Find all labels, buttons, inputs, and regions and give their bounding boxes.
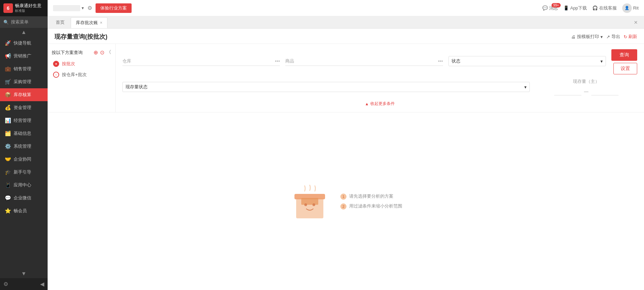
sidebar-item-purchase[interactable]: 🛒 采购管理 — [0, 75, 48, 88]
sidebar-item-label: 企业协同 — [14, 156, 31, 162]
sidebar-item-label: 畅会员 — [14, 208, 27, 214]
sidebar-item-sales[interactable]: 💼 销售管理 — [0, 62, 48, 75]
scroll-up-btn[interactable]: ▲ — [0, 28, 48, 37]
sidebar-item-label: 应用中心 — [14, 182, 31, 188]
print-label: 按模板打印 — [577, 34, 599, 40]
status-field: 状态 ▾ — [448, 56, 606, 66]
page-header: 现存量查询(按批次) 🖨 按模板打印 ▾ ↗ 导出 ↻ 刷新 — [48, 29, 644, 44]
filter-settings-btn[interactable]: 设置 — [613, 63, 637, 74]
stock-status-field: 现存量状态 ▾ — [122, 82, 530, 92]
filter-left-actions: ⊕ ⊙ 《 — [94, 49, 111, 56]
sidebar-item-label: 企业微信 — [14, 195, 31, 201]
sidebar-item-operations[interactable]: 📊 经营管理 — [0, 114, 48, 127]
settings-footer-icon[interactable]: ⚙ — [3, 281, 8, 287]
tab-home[interactable]: 首页 — [51, 17, 69, 28]
sidebar-item-quicknav[interactable]: 🚀 快捷导航 — [0, 37, 48, 50]
search-menu-label: 搜索菜单 — [11, 19, 29, 25]
chevron-down-icon: ▾ — [82, 5, 84, 11]
status-select[interactable]: 状态 ▾ — [448, 56, 606, 66]
sidebar-item-wechat[interactable]: 💬 企业微信 — [0, 192, 48, 204]
sidebar-item-finance[interactable]: 💰 资金管理 — [0, 101, 48, 114]
filter-row-1: 仓库 ••• 商品 ••• 状态 — [122, 48, 637, 74]
collapse-icon: ▲ — [365, 102, 369, 106]
svg-rect-2 — [301, 198, 318, 205]
scroll-down-btn[interactable]: ▼ — [0, 269, 48, 278]
tab-inventory-batch-label: 库存批次账 — [76, 20, 98, 26]
sales-icon: 💼 — [5, 66, 11, 72]
dropdown-text — [53, 5, 80, 11]
stock-qty-range: — — [554, 87, 618, 95]
scheme-option-warehouse-batch[interactable]: ○ 按仓库+批次 — [48, 69, 115, 80]
sidebar-item-label: 新手引导 — [14, 169, 31, 175]
topbar-dropdown[interactable]: ▾ — [53, 5, 84, 11]
user-avatar-btn[interactable]: 👤 Rit — [622, 3, 639, 13]
refresh-btn[interactable]: ↻ 刷新 — [624, 34, 637, 40]
empty-state: 1 请先选择要分析的方案 2 用过滤条件来缩小分析范围 — [48, 112, 644, 290]
svg-point-3 — [304, 203, 307, 206]
filter-container: 按以下方案查询 ⊕ ⊙ 《 ● 按批次 ○ 按仓库+批次 — [48, 44, 644, 112]
export-btn[interactable]: ↗ 导出 — [606, 34, 620, 40]
filter-fields-panel: 仓库 ••• 商品 ••• 状态 — [116, 44, 644, 112]
settings-gear-icon[interactable]: ⚙ — [87, 5, 92, 11]
basic-icon: 🗂️ — [5, 130, 11, 137]
scheme-settings-icon[interactable]: ⊙ — [100, 49, 104, 56]
collab-icon: 🤝 — [5, 156, 11, 162]
refresh-icon: ↻ — [624, 34, 627, 39]
scheme-option-batch[interactable]: ● 按批次 — [48, 58, 115, 69]
main-close-icon[interactable]: ✕ — [631, 18, 641, 26]
warehouse-input[interactable] — [133, 58, 273, 64]
status-label: 状态 — [452, 58, 460, 64]
app-download-btn[interactable]: 📱 App下载 — [563, 5, 587, 11]
filter-collapse-row[interactable]: ▲ 收起更多条件 — [122, 99, 637, 108]
sidebar-item-collab[interactable]: 🤝 企业协同 — [0, 153, 48, 166]
range-dash: — — [584, 89, 589, 94]
product-input[interactable] — [296, 58, 436, 64]
print-btn[interactable]: 🖨 按模板打印 ▾ — [571, 34, 603, 40]
scheme-collapse-icon[interactable]: 《 — [106, 49, 111, 56]
sidebar-item-guide[interactable]: 🎓 新手引导 — [0, 166, 48, 179]
collapse-label: 收起更多条件 — [370, 101, 395, 107]
empty-illustration — [289, 181, 330, 222]
tab-close-icon[interactable]: × — [100, 20, 102, 25]
product-more-icon[interactable]: ••• — [438, 58, 443, 64]
empty-hint-2: 2 用过滤条件来缩小分析范围 — [340, 203, 402, 210]
system-icon: ⚙️ — [5, 143, 11, 149]
sidebar-header: 6 畅康通好生意 标准版 — [0, 0, 48, 16]
message-btn[interactable]: 💬 消息 99+ — [542, 5, 558, 11]
online-service-btn[interactable]: 🎧 在线客服 — [592, 5, 617, 11]
warehouse-more-icon[interactable]: ••• — [275, 58, 280, 64]
export-icon: ↗ — [606, 34, 610, 39]
sidebar-item-member[interactable]: ⭐ 畅会员 — [0, 204, 48, 217]
filter-btn-group: 查询 设置 — [611, 48, 637, 74]
app-version: 标准版 — [15, 8, 41, 13]
sidebar-item-inventory[interactable]: 📦 库存核算 — [0, 88, 48, 101]
collapse-sidebar-icon[interactable]: ◀ — [40, 281, 44, 287]
finance-icon: 💰 — [5, 105, 11, 111]
sidebar-item-basic[interactable]: 🗂️ 基础信息 — [0, 127, 48, 140]
filter-scheme-panel: 按以下方案查询 ⊕ ⊙ 《 ● 按批次 ○ 按仓库+批次 — [48, 44, 116, 112]
industry-btn[interactable]: 体验行业方案 — [96, 3, 132, 13]
topbar: ▾ ⚙ 体验行业方案 💬 消息 99+ 📱 App下载 🎧 在线客服 👤 Rit — [48, 0, 644, 16]
sidebar-item-system[interactable]: ⚙️ 系统管理 — [0, 140, 48, 153]
stock-qty-label: 现存量（主） — [573, 78, 599, 85]
sidebar-item-appcenter[interactable]: 📱 应用中心 — [0, 179, 48, 192]
tab-inventory-batch[interactable]: 库存批次账 × — [71, 17, 107, 28]
hint-num-2: 2 — [340, 203, 346, 210]
search-menu-item[interactable]: 🔍 搜索菜单 — [0, 16, 48, 28]
query-btn[interactable]: 查询 — [611, 49, 637, 61]
sidebar-item-marketing[interactable]: 📢 营销推广 — [0, 50, 48, 62]
stock-qty-max-input[interactable] — [591, 87, 618, 95]
stock-status-select[interactable]: 现存量状态 ▾ — [122, 82, 530, 92]
svg-point-4 — [312, 203, 315, 206]
scheme-option-batch-label: 按批次 — [62, 61, 75, 67]
stock-qty-min-input[interactable] — [554, 87, 581, 95]
refresh-label: 刷新 — [628, 34, 637, 40]
appcenter-icon: 📱 — [5, 182, 11, 188]
sidebar-item-label: 经营管理 — [14, 117, 31, 124]
member-icon: ⭐ — [5, 208, 11, 214]
add-scheme-icon[interactable]: ⊕ — [94, 49, 98, 56]
empty-hints: 1 请先选择要分析的方案 2 用过滤条件来缩小分析范围 — [340, 193, 402, 210]
product-input-wrap: 商品 ••• — [285, 57, 443, 66]
scheme-label: 按以下方案查询 — [52, 50, 83, 56]
sidebar: 6 畅康通好生意 标准版 🔍 搜索菜单 ▲ 🚀 快捷导航 📢 营销推广 💼 销售… — [0, 0, 48, 290]
